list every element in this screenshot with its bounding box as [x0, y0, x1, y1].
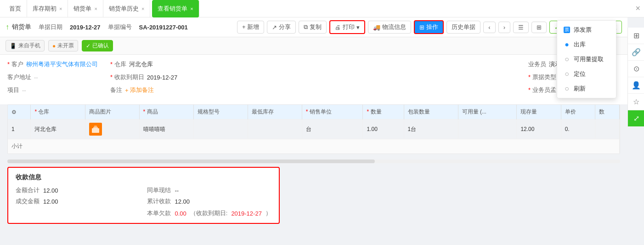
copy-button[interactable]: ⧉ 复制	[299, 21, 327, 34]
staff2-label: 业务员孟	[528, 86, 556, 94]
row-warehouse: 河北仓库	[31, 120, 85, 139]
grid-view-button[interactable]: ☰	[513, 22, 529, 33]
tab-home[interactable]: 首页	[4, 0, 27, 17]
tab-sales[interactable]: 销货单 ×	[68, 0, 103, 17]
share-icon: ↗	[272, 24, 277, 31]
refresh-icon: ○	[564, 85, 570, 92]
col-warehouse: 仓库	[31, 105, 85, 120]
col-img: 商品图片	[85, 105, 139, 120]
note-field: 备注 + 添加备注	[110, 86, 202, 94]
col-product: 商品	[139, 105, 193, 120]
add-note-button[interactable]: + 添加备注	[125, 86, 154, 94]
sidebar-expand-icon[interactable]: ⤢	[628, 110, 644, 127]
dropdown-refresh[interactable]: ○ 刷新	[557, 81, 616, 96]
staff-label: 业务员	[528, 60, 546, 68]
dropdown-outbound[interactable]: ● 出库	[557, 37, 616, 52]
form-row-3: 项目 -- 备注 + 添加备注 业务员孟 --	[7, 86, 620, 94]
not-open-ticket-button[interactable]: ● 未开票	[48, 40, 78, 51]
invoice-icon: 票	[564, 27, 570, 33]
logistics-icon: 🚚	[373, 24, 380, 31]
address-value: --	[34, 74, 38, 81]
doc-no-value: SA-20191227-001	[139, 24, 188, 31]
sidebar-star-icon[interactable]: ☆	[628, 94, 644, 110]
payment-section: 收款信息 金额合计 12.00 同单现结 -- 成交金额 12.00	[0, 163, 627, 229]
add-invoice-label: 添发票	[574, 26, 592, 34]
nav-next-button[interactable]: ›	[498, 22, 510, 33]
right-sidebar: ⊞ 🔗 ⊙ 👤 ☆ ⤢	[627, 28, 644, 127]
col-available: 可用量 (...	[458, 105, 517, 120]
dropdown-locate[interactable]: ○ 定位	[557, 67, 616, 81]
tab-view-sales-close[interactable]: ×	[190, 6, 193, 11]
payment-current-due-row: 本单欠款 0.00 （收款到期日: 2019-12-27 ）	[147, 209, 271, 217]
copy-icon: ⧉	[304, 23, 308, 31]
subtotal-row: 小计	[8, 139, 620, 154]
tab-bar: 首页 库存期初 × 销货单 × 销货单历史 × 查看销货单 × ×	[0, 0, 644, 17]
col-pack-qty: 包装数量	[404, 105, 458, 120]
svg-rect-2	[94, 125, 97, 127]
tab-sales-close[interactable]: ×	[94, 6, 97, 11]
sidebar-circle-icon[interactable]: ⊙	[628, 61, 644, 77]
outbound-label: 出库	[574, 40, 586, 49]
print-button[interactable]: 🖨 打印 ▾	[329, 20, 365, 34]
sidebar-link-icon[interactable]: 🔗	[628, 44, 644, 61]
payment-cumulative-row: 累计收款 12.00	[147, 197, 271, 205]
col-settings[interactable]: ⚙	[8, 105, 31, 120]
tab-view-sales-label: 查看销货单	[158, 5, 187, 13]
doc-type-label: 销货单	[12, 23, 31, 31]
scroll-thumb[interactable]	[7, 160, 375, 163]
tab-view-sales[interactable]: 查看销货单 ×	[152, 0, 199, 17]
copy-label: 复制	[310, 23, 322, 31]
row-amount	[595, 120, 620, 139]
ops-icon: ⊞	[419, 24, 424, 31]
current-due-label: 本单欠款	[147, 209, 171, 217]
dropdown-available-qty[interactable]: ○ 可用量提取	[557, 52, 616, 67]
cumulative-value: 12.00	[175, 198, 190, 205]
row-qty: 1.00	[363, 120, 404, 139]
payment-date-label: 收款到期日	[110, 73, 144, 81]
current-due-value: 0.00	[175, 210, 186, 217]
confirm-label: 已确认	[92, 42, 109, 50]
list-view-button[interactable]: ⊞	[531, 22, 547, 33]
cumulative-label: 累计收款	[147, 197, 171, 205]
locate-label: 定位	[574, 70, 586, 78]
confirm-button[interactable]: ✓ 已确认	[82, 40, 113, 51]
from-mobile-label: 来自手机	[18, 42, 40, 50]
ticket-icon: ●	[52, 43, 56, 49]
project-field: 项目 --	[7, 86, 99, 94]
product-img-icon	[91, 125, 100, 134]
row-min-stock	[248, 120, 302, 139]
form-row-2: 客户地址 -- 收款到期日 2019-12-27 票据类型 不开票	[7, 73, 620, 81]
products-table: ⚙ 仓库 商品图片 商品 规格型号 最低库存 销售单位 数量 包装数量 可用量 …	[8, 105, 620, 154]
new-button[interactable]: + 新增	[237, 21, 264, 34]
from-mobile-button[interactable]: 📱 来自手机	[6, 40, 45, 51]
available-qty-label: 可用量提取	[574, 55, 604, 63]
tab-sales-history-close[interactable]: ×	[141, 6, 144, 11]
dropdown-add-invoice[interactable]: 票 添发票	[557, 23, 616, 37]
horizontal-scrollbar[interactable]	[7, 160, 620, 163]
share-button[interactable]: ↗ 分享	[267, 21, 296, 34]
window-close-icon[interactable]: ×	[635, 4, 640, 13]
tab-inventory-close[interactable]: ×	[59, 6, 62, 11]
customer-value[interactable]: 柳州粤港平安气体有限公司	[26, 60, 98, 68]
ops-button[interactable]: ⊞ 操作	[414, 20, 444, 34]
row-stock: 12.00	[517, 120, 561, 139]
tab-inventory-label: 库存期初	[33, 5, 56, 13]
doc-date-label: 单据日期	[39, 23, 62, 31]
form-area: 客户 柳州粤港平安气体有限公司 仓库 河北仓库 业务员 演示账号 客户地址 --	[0, 55, 627, 104]
logistics-button[interactable]: 🚚 物流信息	[368, 21, 411, 34]
sidebar-grid-icon[interactable]: ⊞	[628, 28, 644, 44]
payment-date-field: 收款到期日 2019-12-27	[110, 73, 202, 81]
nav-prev-button[interactable]: ‹	[483, 22, 495, 33]
history-button[interactable]: 历史单据	[446, 21, 480, 34]
print-icon: 🖨	[335, 24, 341, 31]
address-field: 客户地址 --	[7, 73, 99, 81]
total-value: 12.00	[43, 187, 58, 194]
col-price: 单价	[561, 105, 595, 120]
tab-sales-history[interactable]: 销货单历史 ×	[103, 0, 150, 17]
subtotal-label: 小计	[8, 139, 620, 154]
row-pack-qty: 1台	[404, 120, 458, 139]
payment-box: 收款信息 金额合计 12.00 同单现结 -- 成交金额 12.00	[7, 167, 280, 224]
sidebar-user-icon[interactable]: 👤	[628, 77, 644, 94]
tab-inventory[interactable]: 库存期初 ×	[27, 0, 68, 17]
share-label: 分享	[279, 23, 291, 31]
